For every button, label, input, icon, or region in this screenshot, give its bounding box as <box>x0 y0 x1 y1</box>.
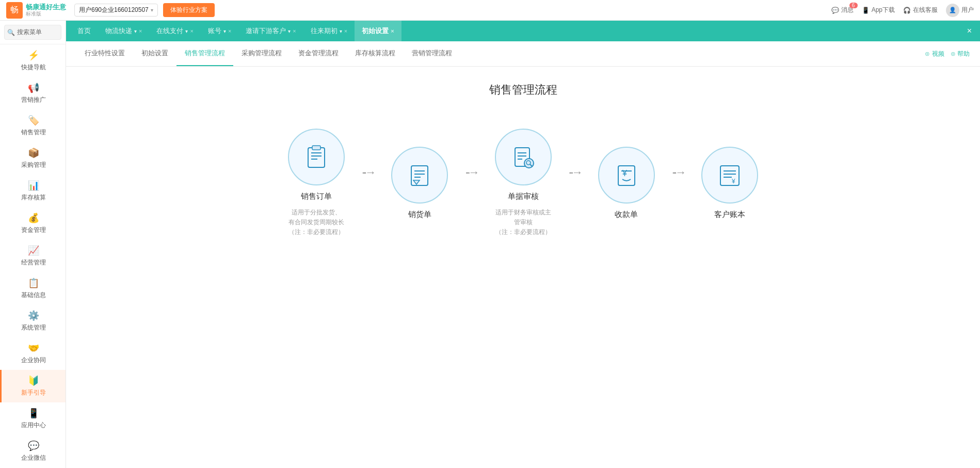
sidebar-item-guide[interactable]: 🔰新手引导 <box>0 370 66 402</box>
sidebar-icon-system: ⚙️ <box>28 310 39 321</box>
nav-tab-1[interactable]: 物流快递▾ × <box>98 21 149 41</box>
app-download-btn[interactable]: 📱 App下载 <box>862 6 895 14</box>
app-download-icon: 📱 <box>862 7 870 14</box>
inner-tabs-container: 行业特性设置初始设置销售管理流程采购管理流程资金管理流程库存核算流程营销管理流程 <box>76 41 460 66</box>
search-menu-label: 搜索菜单 <box>17 28 42 37</box>
chevron-down-icon: ▾ <box>340 28 342 34</box>
flow-circle-document-review <box>495 129 552 185</box>
sidebar-icon-wechat: 💬 <box>28 440 39 451</box>
flow-circle-customer-ledger: ¥ <box>701 147 758 204</box>
sidebar-item-sales[interactable]: 🏷️销售管理 <box>0 110 66 142</box>
flow-arrow-1: ···→ <box>362 166 374 200</box>
nav-tab-5[interactable]: 往来期初▾ × <box>303 21 355 41</box>
online-service-label: 在线客服 <box>913 6 938 14</box>
close-tab-icon-2[interactable]: × <box>190 28 193 34</box>
page-title: 销售管理流程 <box>87 82 959 98</box>
nav-tab-4[interactable]: 邀请下游客户▾ × <box>238 21 303 41</box>
logo-area: 畅 畅康通好生意 标准版 <box>6 2 66 19</box>
logo-icon: 畅 <box>6 2 23 19</box>
flow-label-receipt: 收款单 <box>615 210 638 220</box>
headset-icon: 🎧 <box>903 7 911 14</box>
inner-tab-2[interactable]: 销售管理流程 <box>176 41 233 66</box>
sidebar-item-quick-nav[interactable]: ⚡快捷导航 <box>0 44 66 77</box>
flow-desc-document-review: 适用于财务审核或主管审核（注：非必要流程） <box>495 208 551 238</box>
inner-tab-6[interactable]: 营销管理流程 <box>404 41 460 66</box>
close-tab-icon-5[interactable]: × <box>344 28 347 34</box>
flow-arrow-2: ···→ <box>465 166 477 200</box>
close-tab-icon-1[interactable]: × <box>139 28 142 34</box>
inner-tab-0[interactable]: 行业特性设置 <box>76 41 133 66</box>
sidebar-label-finance: 资金管理 <box>21 226 46 235</box>
sidebar-item-purchase[interactable]: 📦采购管理 <box>0 142 66 175</box>
chevron-down-icon: ▾ <box>288 28 291 34</box>
close-tab-icon-3[interactable]: × <box>228 28 231 34</box>
flow-chart: 销售订单适用于分批发货、有合同发货周期较长（注：非必要流程）···→ 销货单··… <box>87 129 959 238</box>
sidebar-item-system[interactable]: ⚙️系统管理 <box>0 305 66 337</box>
nav-tab-0[interactable]: 首页 <box>70 21 98 41</box>
svg-rect-0 <box>308 148 325 167</box>
user-profile-btn[interactable]: 👤 用户 <box>946 4 974 17</box>
online-service-btn[interactable]: 🎧 在线客服 <box>903 6 938 14</box>
chevron-down-icon: ▾ <box>151 7 153 13</box>
nav-tab-label-1: 物流快递 <box>105 26 132 36</box>
inner-tabs: 行业特性设置初始设置销售管理流程采购管理流程资金管理流程库存核算流程营销管理流程… <box>66 41 980 67</box>
flow-item-document-review[interactable]: 单据审核适用于财务审核或主管审核（注：非必要流程） <box>482 129 565 238</box>
top-bar: 畅 畅康通好生意 标准版 用户690企业1660120507 ▾ 体验行业方案 … <box>0 0 980 21</box>
sidebar-item-inventory[interactable]: 📊库存核算 <box>0 175 66 207</box>
flow-item-sales-invoice[interactable]: 销货单 <box>378 147 461 220</box>
flow-item-sales-order[interactable]: 销售订单适用于分批发货、有合同发货周期较长（注：非必要流程） <box>275 129 358 238</box>
video-help-btn[interactable]: ⊙ 视频 <box>925 50 944 58</box>
sidebar-label-sales: 销售管理 <box>21 128 46 137</box>
sidebar-item-finance[interactable]: 💰资金管理 <box>0 207 66 240</box>
inner-tab-1[interactable]: 初始设置 <box>133 41 176 66</box>
svg-text:¥: ¥ <box>622 169 627 178</box>
flow-item-customer-ledger[interactable]: ¥ 客户账本 <box>688 147 771 220</box>
sidebar-label-purchase: 采购管理 <box>21 161 46 169</box>
sidebar-icon-operations: 📈 <box>28 245 39 256</box>
nav-tabs-container: 首页物流快递▾ ×在线支付▾ ×账号▾ ×邀请下游客户▾ ×往来期初▾ ×初始设… <box>70 21 401 41</box>
sidebar-item-basic[interactable]: 📋基础信息 <box>0 272 66 305</box>
flow-label-document-review: 单据审核 <box>508 192 539 201</box>
sidebar-icon-enterprise: 🤝 <box>28 342 39 354</box>
inner-tab-3[interactable]: 采购管理流程 <box>233 41 290 66</box>
user-selector[interactable]: 用户690企业1660120507 ▾ <box>74 4 158 17</box>
inner-tab-5[interactable]: 库存核算流程 <box>347 41 404 66</box>
nav-tabs-bar: 首页物流快递▾ ×在线支付▾ ×账号▾ ×邀请下游客户▾ ×往来期初▾ ×初始设… <box>66 21 980 41</box>
nav-tab-2[interactable]: 在线支付▾ × <box>149 21 200 41</box>
close-all-tabs-btn[interactable]: × <box>963 26 976 36</box>
chevron-down-icon: ▾ <box>185 28 188 34</box>
sidebar-label-guide: 新手引导 <box>21 388 46 397</box>
sidebar-icon-quick-nav: ⚡ <box>28 50 39 61</box>
nav-tab-6[interactable]: 初始设置 × <box>355 21 401 41</box>
sidebar-label-system: 系统管理 <box>21 323 46 332</box>
sidebar-icon-sales: 🏷️ <box>28 115 39 126</box>
sidebar-item-enterprise[interactable]: 🤝企业协同 <box>0 337 66 370</box>
nav-tab-3[interactable]: 账号▾ × <box>201 21 238 41</box>
sidebar-label-wechat: 企业微信 <box>21 454 46 462</box>
message-btn[interactable]: 💬 消息 6 <box>831 6 854 14</box>
trial-btn[interactable]: 体验行业方案 <box>163 3 215 17</box>
sidebar-item-wechat[interactable]: 💬企业微信 <box>0 435 66 467</box>
page-content: 行业特性设置初始设置销售管理流程采购管理流程资金管理流程库存核算流程营销管理流程… <box>66 41 980 468</box>
svg-rect-4 <box>312 146 320 150</box>
flow-item-receipt[interactable]: ¥ 收款单 <box>585 147 668 220</box>
sidebar-item-marketing[interactable]: 📢营销推广 <box>0 77 66 110</box>
close-tab-icon-6[interactable]: × <box>391 28 394 34</box>
inner-tab-4[interactable]: 资金管理流程 <box>290 41 347 66</box>
search-icon: 🔍 <box>7 29 15 36</box>
search-menu-btn[interactable]: 🔍 搜索菜单 <box>4 25 61 40</box>
flow-arrow-4: ···→ <box>672 166 684 200</box>
close-tab-icon-4[interactable]: × <box>293 28 296 34</box>
sidebar-label-inventory: 库存核算 <box>21 193 46 202</box>
sidebar-item-apps[interactable]: 📱应用中心 <box>0 402 66 435</box>
nav-tab-label-6: 初始设置 <box>362 26 389 36</box>
logo-subtitle: 标准版 <box>26 11 66 17</box>
nav-tab-label-5: 往来期初 <box>311 26 338 36</box>
sidebar: 🔍 搜索菜单 ⚡快捷导航📢营销推广🏷️销售管理📦采购管理📊库存核算💰资金管理📈经… <box>0 21 66 468</box>
sidebar-icon-purchase: 📦 <box>28 147 39 159</box>
help-btn[interactable]: ⊙ 帮助 <box>951 50 970 58</box>
sidebar-icon-apps: 📱 <box>28 408 39 419</box>
user-selector-text: 用户690企业1660120507 <box>79 6 149 14</box>
sidebar-item-operations[interactable]: 📈经营管理 <box>0 240 66 272</box>
logo-title: 畅康通好生意 <box>26 3 66 11</box>
